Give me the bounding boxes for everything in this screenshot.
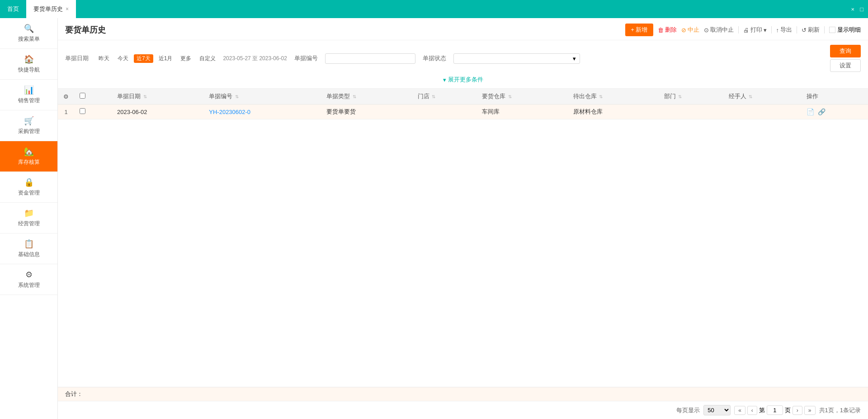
page-header: 要货单历史 + 新增 🗑 删除 ⊘ 中止 ⊙ 取消中止 🖨 打: [58, 18, 868, 40]
date-btn-more[interactable]: 更多: [178, 54, 194, 63]
sort-pending-warehouse-icon[interactable]: ⇅: [599, 94, 603, 99]
new-button[interactable]: + 新增: [625, 24, 653, 36]
sidebar-item-search-menu[interactable]: 🔍 搜索菜单: [0, 18, 57, 49]
print-button[interactable]: 🖨 打印 ▾: [743, 26, 767, 34]
tab-requisition-history[interactable]: 要货单历史 ×: [26, 0, 76, 18]
date-range-display: 2023-05-27 至 2023-06-02: [223, 55, 287, 62]
date-btn-last1m[interactable]: 近1月: [156, 54, 175, 63]
table-wrap: ⚙ 单据日期 ⇅ 单据编号 ⇅ 单据类型: [58, 89, 868, 387]
table-body: 1 2023-06-02 YH-20230602-0 要货单要货 车间库 原材料…: [58, 105, 868, 119]
current-page-input[interactable]: [767, 405, 783, 415]
sidebar-item-inventory-label: 库存核算: [18, 158, 40, 166]
stop-label: 中止: [688, 26, 699, 34]
row-num: 1: [58, 105, 74, 119]
tab-home[interactable]: 首页: [0, 0, 26, 18]
expand-more-label: 展开更多条件: [448, 76, 483, 84]
window-close-btn[interactable]: ×: [851, 6, 855, 13]
row-doc-date: 2023-06-02: [112, 105, 203, 119]
tab-home-label: 首页: [7, 5, 19, 13]
col-store-label: 门店: [418, 93, 429, 100]
row-checkbox[interactable]: [80, 108, 85, 114]
col-handler-label: 经手人: [729, 93, 746, 100]
row-doc-number: YH-20230602-0: [203, 105, 321, 119]
top-bar-right: × □: [851, 6, 863, 13]
sort-handler-icon[interactable]: ⇅: [749, 94, 752, 99]
setting-button[interactable]: 设置: [830, 59, 861, 72]
tab-requisition-label: 要货单历史: [33, 5, 63, 13]
sidebar-item-system[interactable]: ⚙ 系统管理: [0, 264, 57, 295]
show-detail-checkbox[interactable]: [829, 27, 835, 33]
cancel-stop-button[interactable]: ⊙ 取消中止: [704, 26, 734, 34]
sidebar-item-finance-label: 资金管理: [18, 189, 40, 197]
doc-status-select[interactable]: ▾: [453, 53, 580, 64]
sort-doc-type-icon[interactable]: ⇅: [353, 94, 356, 99]
inventory-icon: 🏡: [24, 147, 34, 157]
sidebar-item-sales[interactable]: 📊 销售管理: [0, 80, 57, 110]
sidebar-item-basic-info[interactable]: 📋 基础信息: [0, 233, 57, 264]
expand-more-btn[interactable]: ▾ 展开更多条件: [443, 76, 483, 84]
doc-number-link[interactable]: YH-20230602-0: [209, 109, 250, 115]
refresh-label: 刷新: [808, 26, 820, 34]
tab-close-icon[interactable]: ×: [66, 6, 69, 12]
row-checkbox-cell: [74, 105, 112, 119]
divider-1: [738, 26, 739, 33]
col-department-label: 部门: [664, 93, 676, 100]
cancel-stop-label: 取消中止: [710, 26, 734, 34]
doc-number-input[interactable]: [325, 53, 415, 64]
stop-icon: ⊘: [681, 27, 686, 33]
filter-row-1: 单据日期 昨天 今天 近7天 近1月 更多 自定义 2023-05-27 至 2…: [65, 45, 861, 72]
prev-page-button[interactable]: ‹: [747, 406, 757, 415]
sidebar-item-purchase[interactable]: 🛒 采购管理: [0, 110, 57, 141]
export-button[interactable]: ↑ 导出: [776, 26, 793, 34]
sidebar: 🔍 搜索菜单 🏠 快捷导航 📊 销售管理 🛒 采购管理 🏡 库存核算 🔒 资金管…: [0, 18, 58, 419]
first-page-button[interactable]: «: [734, 406, 745, 415]
sidebar-item-quick-nav[interactable]: 🏠 快捷导航: [0, 49, 57, 80]
print-label: 打印: [750, 26, 762, 34]
sidebar-item-operations[interactable]: 📁 经营管理: [0, 203, 57, 233]
sidebar-item-sales-label: 销售管理: [18, 97, 40, 105]
tab-bar: 首页 要货单历史 ×: [0, 0, 76, 18]
next-page-button[interactable]: ›: [793, 406, 802, 415]
stop-button[interactable]: ⊘ 中止: [681, 26, 699, 34]
sort-doc-date-icon[interactable]: ⇅: [143, 94, 147, 99]
last-page-button[interactable]: »: [804, 406, 816, 415]
sort-department-icon[interactable]: ⇅: [678, 94, 682, 99]
header-actions: + 新增 🗑 删除 ⊘ 中止 ⊙ 取消中止 🖨 打印 ▾: [625, 24, 861, 36]
page-total: 共1页，1条记录: [819, 406, 861, 414]
row-op-link-icon[interactable]: 🔗: [818, 108, 826, 115]
sidebar-item-search-label: 搜索菜单: [18, 35, 40, 43]
date-btn-today[interactable]: 今天: [115, 54, 131, 63]
show-detail-wrap: 显示明细: [829, 26, 861, 34]
sidebar-item-system-label: 系统管理: [18, 281, 40, 289]
sidebar-item-inventory[interactable]: 🏡 库存核算: [0, 141, 57, 172]
date-btn-custom[interactable]: 自定义: [197, 54, 218, 63]
doc-status-label: 单据状态: [423, 54, 446, 62]
cancel-stop-icon: ⊙: [704, 27, 709, 33]
sidebar-item-finance[interactable]: 🔒 资金管理: [0, 172, 57, 203]
op-icons: 📄 🔗: [807, 108, 863, 115]
row-doc-type: 要货单要货: [321, 105, 412, 119]
print-dropdown-icon: ▾: [764, 27, 767, 33]
page-size-select[interactable]: 50 10 20 100: [703, 405, 731, 415]
col-store: 门店 ⇅: [412, 89, 477, 105]
sidebar-item-operations-label: 经营管理: [18, 220, 40, 228]
query-button[interactable]: 查询: [830, 45, 861, 57]
row-op-view-icon[interactable]: 📄: [807, 108, 814, 115]
window-maximize-btn[interactable]: □: [860, 6, 863, 13]
refresh-icon: ↺: [802, 27, 807, 33]
col-settings[interactable]: ⚙: [58, 89, 74, 105]
sort-doc-number-icon[interactable]: ⇅: [235, 94, 239, 99]
row-handler: [723, 105, 801, 119]
date-btn-last7[interactable]: 近7天: [134, 54, 153, 63]
delete-button[interactable]: 🗑 删除: [658, 26, 677, 34]
refresh-button[interactable]: ↺ 刷新: [802, 26, 820, 34]
sort-req-warehouse-icon[interactable]: ⇅: [508, 94, 512, 99]
table-footer: 合计：: [58, 387, 868, 401]
select-all-checkbox[interactable]: [80, 93, 85, 99]
page-prefix: 第: [759, 406, 765, 414]
doc-status-dropdown-icon: ▾: [573, 55, 576, 62]
row-req-warehouse: 车间库: [476, 105, 567, 119]
date-btn-yesterday[interactable]: 昨天: [96, 54, 112, 63]
quick-nav-icon: 🏠: [24, 54, 34, 64]
sort-store-icon[interactable]: ⇅: [432, 94, 435, 99]
